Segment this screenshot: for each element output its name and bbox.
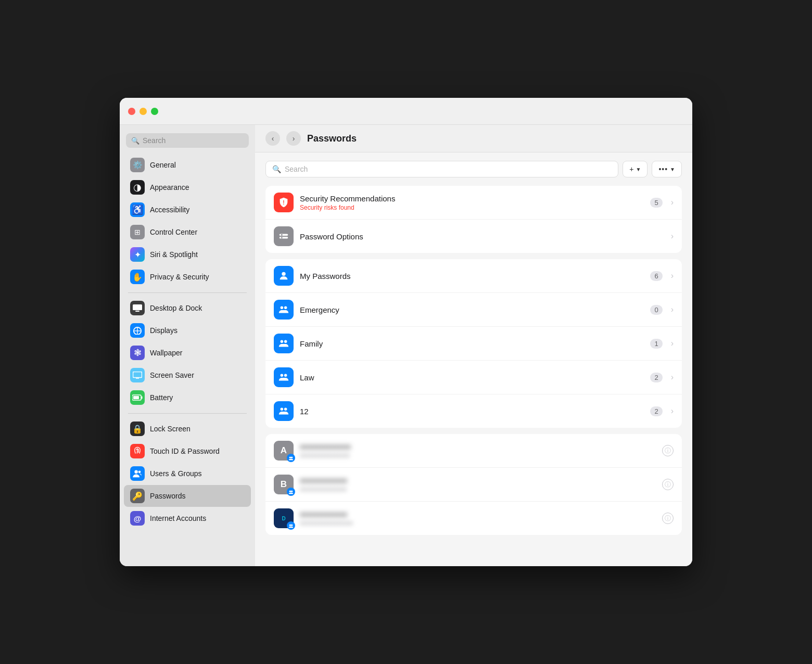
entries-card: A xxxxxxxxxxxxxx xxxxxxxxxxxxxxxx ⓘ	[265, 434, 682, 535]
entry-b-title: xxxxxxxxxxxxx	[300, 476, 656, 484]
sidebar-item-battery[interactable]: Battery	[124, 387, 251, 408]
entry-deepl-text: xxxxxxxxxxxxx xxxxxxxxxxxxxxxxx	[300, 510, 656, 527]
internet-accounts-icon: @	[130, 511, 145, 526]
privacy-icon: ✋	[130, 270, 145, 284]
family-text: Family	[300, 339, 644, 348]
close-button[interactable]	[128, 108, 135, 115]
sidebar-item-label: Passwords	[150, 492, 185, 500]
sidebar-item-passwords[interactable]: 🔑 Passwords	[124, 485, 251, 507]
password-search-bar: 🔍 + ▼ ••• ▼	[265, 161, 682, 177]
more-chevron-icon: ▼	[670, 167, 675, 172]
my-passwords-icon	[274, 266, 294, 286]
emergency-icon	[274, 300, 294, 320]
sidebar-item-label: General	[150, 161, 176, 169]
entry-a-row[interactable]: A xxxxxxxxxxxxxx xxxxxxxxxxxxxxxx ⓘ	[265, 434, 682, 468]
law-badge: 2	[650, 373, 662, 382]
sidebar: 🔍 ⚙️ General ◑ Appearance ♿ Accessibilit…	[120, 125, 255, 566]
search-icon: 🔍	[131, 137, 139, 145]
more-icon: •••	[658, 165, 668, 173]
sidebar-item-appearance[interactable]: ◑ Appearance	[124, 176, 251, 198]
sidebar-item-lockscreen[interactable]: 🔒 Lock Screen	[124, 418, 251, 440]
svg-point-27	[291, 457, 293, 458]
svg-point-31	[291, 525, 293, 526]
entry-b-row[interactable]: B xxxxxxxxxxxxx xxxxxxxxxxxxxxx ⓘ	[265, 468, 682, 502]
more-options-button[interactable]: ••• ▼	[652, 161, 682, 177]
svg-point-21	[284, 340, 287, 343]
entry-b-avatar: B	[274, 475, 294, 494]
sidebar-item-label: Users & Groups	[150, 469, 202, 478]
forward-button[interactable]: ›	[286, 131, 301, 146]
svg-text:!: !	[283, 200, 284, 206]
maximize-button[interactable]	[151, 108, 158, 115]
twelve-title: 12	[300, 407, 644, 416]
sidebar-item-displays[interactable]: Displays	[124, 320, 251, 341]
entry-a-info-button[interactable]: ⓘ	[662, 445, 674, 456]
twelve-text: 12	[300, 407, 644, 416]
general-icon: ⚙️	[130, 158, 145, 172]
sidebar-item-label: Control Center	[150, 228, 197, 236]
sidebar-search[interactable]: 🔍	[126, 133, 249, 148]
entry-b-info-button[interactable]: ⓘ	[662, 479, 674, 490]
law-text: Law	[300, 373, 644, 382]
law-row[interactable]: Law 2 ›	[265, 361, 682, 394]
back-button[interactable]: ‹	[265, 131, 280, 146]
add-button[interactable]: + ▼	[623, 161, 648, 177]
svg-point-10	[134, 470, 137, 474]
security-text: Security Recommendations Security risks …	[300, 194, 644, 211]
displays-icon	[130, 323, 145, 338]
sidebar-item-label: Wallpaper	[150, 349, 183, 357]
password-search-box[interactable]: 🔍	[265, 161, 618, 177]
minimize-button[interactable]	[139, 108, 147, 115]
desktop-icon	[130, 301, 145, 315]
entry-b-subtitle: xxxxxxxxxxxxxxx	[300, 486, 656, 493]
traffic-lights	[128, 108, 158, 115]
svg-rect-5	[133, 372, 142, 378]
family-row[interactable]: Family 1 ›	[265, 327, 682, 361]
sidebar-item-label: Touch ID & Password	[150, 447, 220, 455]
sidebar-item-privacy[interactable]: ✋ Privacy & Security	[124, 266, 251, 288]
sidebar-item-screensaver[interactable]: Screen Saver	[124, 364, 251, 386]
twelve-icon	[274, 401, 294, 421]
entry-deepl-avatar: D	[274, 508, 294, 528]
svg-point-25	[284, 408, 287, 411]
entry-b-shared-badge	[287, 488, 295, 496]
sidebar-item-label: Displays	[150, 326, 177, 335]
family-icon	[274, 334, 294, 353]
entry-deepl-subtitle: xxxxxxxxxxxxxxxxx	[300, 519, 656, 527]
password-search-input[interactable]	[285, 165, 612, 173]
sidebar-item-accessibility[interactable]: ♿ Accessibility	[124, 199, 251, 221]
sidebar-item-label: Desktop & Dock	[150, 304, 202, 312]
law-icon	[274, 367, 294, 387]
sidebar-item-siri[interactable]: ✦ Siri & Spotlight	[124, 244, 251, 265]
sidebar-item-desktop[interactable]: Desktop & Dock	[124, 297, 251, 319]
svg-rect-13	[280, 234, 288, 236]
main-header: ‹ › Passwords	[255, 125, 692, 152]
sidebar-item-wallpaper[interactable]: ❃ Wallpaper	[124, 342, 251, 364]
svg-rect-14	[280, 237, 288, 239]
svg-point-30	[289, 525, 291, 526]
sidebar-item-touchid[interactable]: Touch ID & Password	[124, 440, 251, 462]
password-options-row[interactable]: Password Options ›	[265, 220, 682, 253]
sidebar-item-control-center[interactable]: ⊞ Control Center	[124, 221, 251, 243]
entry-b-text: xxxxxxxxxxxxx xxxxxxxxxxxxxxx	[300, 476, 656, 493]
twelve-row[interactable]: 12 2 ›	[265, 394, 682, 428]
sidebar-item-users[interactable]: Users & Groups	[124, 463, 251, 484]
sidebar-item-general[interactable]: ⚙️ General	[124, 154, 251, 176]
users-icon	[130, 466, 145, 481]
options-text: Password Options	[300, 232, 665, 241]
entry-a-title: xxxxxxxxxxxxxx	[300, 442, 656, 451]
entry-deepl-row[interactable]: D xxxxxxxxxxxxx xxxxxxxxxxxxxxxxx ⓘ	[265, 502, 682, 535]
main-panel: ‹ › Passwords 🔍 + ▼	[255, 125, 692, 566]
security-subtitle: Security risks found	[300, 204, 644, 211]
my-passwords-row[interactable]: My Passwords 6 ›	[265, 259, 682, 293]
entry-deepl-info-button[interactable]: ⓘ	[662, 513, 674, 524]
sidebar-search-input[interactable]	[143, 136, 244, 145]
chevron-icon: ›	[671, 271, 674, 280]
battery-icon	[130, 390, 145, 405]
chevron-icon: ›	[671, 373, 674, 382]
sidebar-item-label: Accessibility	[150, 206, 189, 214]
emergency-row[interactable]: Emergency 0 ›	[265, 293, 682, 327]
options-title: Password Options	[300, 232, 665, 241]
security-recommendations-row[interactable]: ! Security Recommendations Security risk…	[265, 186, 682, 220]
sidebar-item-internet[interactable]: @ Internet Accounts	[124, 507, 251, 529]
